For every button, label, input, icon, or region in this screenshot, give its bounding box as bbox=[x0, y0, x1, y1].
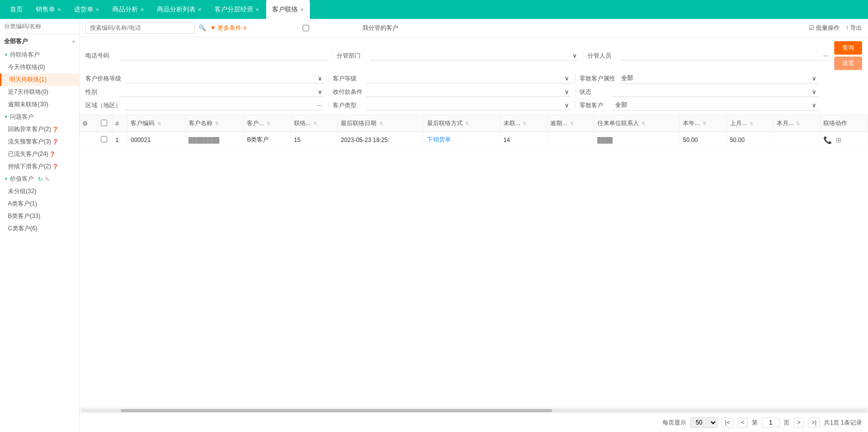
customer-level-select[interactable]: ∨ bbox=[366, 74, 572, 83]
sidebar-problem-group: ▼ 问题客户 bbox=[0, 111, 79, 123]
nav-product-list-close[interactable]: ✕ bbox=[198, 7, 202, 12]
phone-action-icon[interactable]: 📞 bbox=[823, 136, 832, 144]
payment-select[interactable]: ∨ bbox=[366, 87, 572, 97]
chevron-down-icon-8: ∨ bbox=[565, 102, 569, 109]
grid-action-icon[interactable]: ⊞ bbox=[836, 136, 842, 144]
th-last-month: 上月... ⇅ bbox=[726, 115, 773, 132]
sidebar-item-churned[interactable]: 已流失客户(24) ❓ bbox=[0, 148, 79, 160]
batch-operation-btn[interactable]: ☑ 批量操作 bbox=[809, 24, 840, 32]
retail-attr-select[interactable]: 全部 ∨ bbox=[619, 73, 818, 84]
nav-sales[interactable]: 销售单 ✕ bbox=[30, 0, 67, 19]
first-page-btn[interactable]: |< bbox=[722, 418, 733, 428]
refresh-icon[interactable]: ↻ bbox=[38, 176, 43, 183]
gear-icon[interactable]: ⚙ bbox=[82, 120, 88, 127]
sort-icon-unit[interactable]: ⇅ bbox=[642, 121, 646, 126]
customer-type-label: 客户类型 bbox=[333, 101, 362, 110]
query-btn[interactable]: 查询 bbox=[834, 41, 862, 55]
nav-product-analysis[interactable]: 商品分析 ✕ bbox=[106, 0, 150, 19]
th-name: 客户名称 ⇅ bbox=[185, 115, 244, 132]
th-contact-count: 联络... ⇅ bbox=[290, 115, 337, 132]
nav-purchase-close[interactable]: ✕ bbox=[95, 7, 99, 12]
td-actions: 📞 ⊞ bbox=[820, 132, 868, 148]
nav-purchase[interactable]: 进货单 ✕ bbox=[68, 0, 105, 19]
nav-customer-tier-close[interactable]: ✕ bbox=[255, 7, 259, 12]
th-unit-contact: 往来单位联系人 ⇅ bbox=[594, 115, 680, 132]
nav-customer-tier[interactable]: 客户分层经营 ✕ bbox=[209, 0, 265, 19]
scrollbar-thumb[interactable] bbox=[121, 409, 552, 412]
search-input[interactable] bbox=[85, 22, 195, 34]
export-btn[interactable]: ↑ 导出 bbox=[846, 24, 862, 32]
ellipsis-icon-2: ··· bbox=[317, 102, 322, 109]
nav-home[interactable]: 首页 bbox=[4, 0, 29, 19]
sort-icon-last-month[interactable]: ⇅ bbox=[749, 121, 753, 126]
sub-person-select[interactable]: ··· bbox=[621, 51, 830, 61]
td-last-date: 2023-05-23 18:25: bbox=[338, 132, 424, 148]
search-icon[interactable]: 🔍 bbox=[199, 24, 206, 31]
sort-icon-uncontacted[interactable]: ⇅ bbox=[523, 121, 527, 126]
sidebar-item-7day-contact[interactable]: 近7天待联络(0) bbox=[0, 86, 79, 98]
gender-select[interactable]: ∨ bbox=[119, 87, 324, 97]
sidebar-item-class-b[interactable]: B类客户(33) bbox=[0, 210, 79, 222]
prev-page-btn[interactable]: < bbox=[737, 418, 748, 428]
page-input[interactable] bbox=[762, 418, 780, 428]
retail-customer-select[interactable]: 全部 ∨ bbox=[613, 100, 818, 111]
sort-icon-date[interactable]: ⇅ bbox=[379, 121, 383, 126]
sub-person-label: 分管人员 bbox=[587, 52, 617, 60]
last-page-btn[interactable]: >| bbox=[808, 418, 820, 428]
sidebar-item-churn-warning[interactable]: 流失预警客户(3) ❓ bbox=[0, 136, 79, 148]
sort-icon-overdue[interactable]: ⇅ bbox=[570, 121, 574, 126]
row-checkbox[interactable] bbox=[101, 136, 107, 143]
row-last-method[interactable]: 下销货单 bbox=[427, 136, 451, 143]
row-contact-count: 15 bbox=[294, 137, 300, 144]
td-this-year: 50.00 bbox=[680, 132, 726, 148]
phone-input[interactable] bbox=[119, 51, 328, 61]
sidebar-item-class-c[interactable]: C类客户(6) bbox=[0, 222, 79, 235]
sort-icon-name[interactable]: ⇅ bbox=[215, 121, 219, 126]
per-page-select[interactable]: 50 100 bbox=[690, 417, 718, 428]
sub-dept-select[interactable]: ∨ bbox=[370, 51, 579, 61]
nav-product-list[interactable]: 商品分析列表 ✕ bbox=[151, 0, 208, 19]
problem-group-label: 问题客户 bbox=[10, 113, 34, 121]
sort-icon-code[interactable]: ⇅ bbox=[157, 121, 161, 126]
th-this-month: 本月... ⇅ bbox=[774, 115, 820, 132]
price-level-label: 客户价格等级 bbox=[85, 74, 121, 83]
filter-row-1: 电话号码 分管部门 ∨ 分管人员 ··· bbox=[85, 41, 862, 70]
sort-icon-year[interactable]: ⇅ bbox=[703, 121, 707, 126]
nav-product-analysis-close[interactable]: ✕ bbox=[140, 7, 144, 12]
divider-1 bbox=[332, 51, 333, 61]
sidebar-item-ungrouped[interactable]: 未分组(32) bbox=[0, 185, 79, 198]
next-page-btn[interactable]: > bbox=[794, 418, 804, 428]
nav-sales-close[interactable]: ✕ bbox=[57, 7, 61, 12]
sort-icon-type[interactable]: ⇅ bbox=[267, 121, 271, 126]
th-uncontacted-label: 未联... bbox=[504, 120, 520, 127]
sidebar-item-tomorrow-contact[interactable]: 明天待联络(1) bbox=[0, 73, 79, 86]
sort-icon-method[interactable]: ⇅ bbox=[465, 121, 469, 126]
customer-type-select[interactable]: ∨ bbox=[366, 101, 572, 110]
status-select[interactable]: ∨ bbox=[613, 87, 818, 97]
select-all-checkbox[interactable] bbox=[101, 120, 107, 126]
sidebar-item-purchase-abnormal[interactable]: 回购异常客户(2) ❓ bbox=[0, 123, 79, 136]
th-code-label: 客户编码 bbox=[131, 120, 154, 127]
nav-customer-contact-close[interactable]: ✕ bbox=[300, 7, 304, 12]
sort-icon-this-month[interactable]: ⇅ bbox=[796, 121, 800, 126]
sidebar: 🔍 全部客户 « ▼ 待联络客户 今天待联络(0) 明天待联络(1) 近7天待联… bbox=[0, 19, 79, 432]
divider-4 bbox=[575, 73, 576, 83]
region-select[interactable]: ··· bbox=[125, 101, 324, 110]
my-customers-checkbox[interactable] bbox=[251, 25, 361, 31]
sidebar-item-today-contact[interactable]: 今天待联络(0) bbox=[0, 61, 79, 73]
price-level-select[interactable]: ∨ bbox=[125, 74, 324, 83]
filter-bar: 🔍 ▼ 更多条件 ∧ 我分管的客户 ☑ 批量操作 ↑ 导出 bbox=[79, 19, 868, 37]
sidebar-search-input[interactable] bbox=[4, 23, 78, 30]
more-conditions-btn[interactable]: ▼ 更多条件 ∧ bbox=[210, 24, 247, 32]
sidebar-item-overdue-contact[interactable]: 逾期未联络(30) bbox=[0, 98, 79, 111]
sidebar-all-customers[interactable]: 全部客户 « bbox=[0, 34, 79, 49]
sidebar-item-class-a[interactable]: A类客户(1) bbox=[0, 198, 79, 210]
pending-group-label: 待联络客户 bbox=[10, 51, 40, 59]
sort-icon-contact[interactable]: ⇅ bbox=[313, 121, 317, 126]
sidebar-item-declining[interactable]: 持续下滑客户(2) ❓ bbox=[0, 160, 79, 173]
setting-btn[interactable]: 设置 bbox=[834, 57, 862, 70]
edit-icon[interactable]: ✎ bbox=[45, 176, 50, 183]
nav-customer-contact[interactable]: 客户联络 ✕ bbox=[266, 0, 310, 19]
divider-5 bbox=[328, 87, 329, 97]
horizontal-scrollbar[interactable] bbox=[79, 408, 868, 413]
